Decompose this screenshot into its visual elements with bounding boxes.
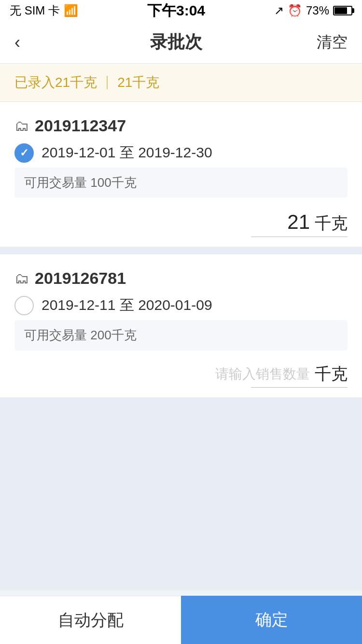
section-divider: [0, 247, 362, 254]
batch-2-input-placeholder: 请输入销售数量: [215, 365, 310, 383]
batch-2-input-unit: 千克: [315, 363, 348, 385]
batch-1-icon: 🗂: [14, 118, 29, 134]
batch-2-available: 可用交易量 200千克: [14, 320, 348, 350]
batch-1-qty-row: 21 千克: [0, 206, 362, 237]
alarm-icon: ⏰: [288, 4, 302, 17]
status-bar: 无 SIM 卡 📶 下午3:04 ↗ ⏰ 73%: [0, 0, 362, 21]
batch-1-qty-unit: 千克: [315, 212, 348, 235]
status-time: 下午3:04: [147, 1, 205, 21]
auto-distribute-button[interactable]: 自动分配: [0, 596, 181, 644]
battery-icon: [333, 6, 352, 15]
batch-2-id: 2019126781: [35, 269, 126, 288]
batch-2-date: 2019-12-11 至 2020-01-09: [42, 295, 212, 315]
batch-1-header: 🗂 2019112347: [0, 102, 362, 140]
recorded-label: 已录入21千克: [14, 73, 97, 92]
status-left: 无 SIM 卡 📶: [10, 3, 78, 18]
batch-1-checkbox[interactable]: [14, 143, 34, 163]
batch-1-date-row: 2019-12-01 至 2019-12-30: [0, 140, 362, 168]
batch-2-checkbox[interactable]: [14, 296, 34, 315]
batch-1-underline: [0, 237, 362, 247]
batch-2-underline: [0, 387, 362, 397]
no-sim-text: 无 SIM 卡: [10, 3, 60, 18]
batch-2-header: 🗂 2019126781: [0, 254, 362, 293]
nav-bar: ‹ 录批次 清空: [0, 21, 362, 64]
batch-card-1: 🗂 2019112347 2019-12-01 至 2019-12-30 可用交…: [0, 102, 362, 247]
back-button[interactable]: ‹: [14, 32, 43, 53]
recorded-value: 21千克: [117, 73, 159, 92]
clear-button[interactable]: 清空: [309, 32, 348, 53]
batch-1-date: 2019-12-01 至 2019-12-30: [42, 143, 212, 163]
status-right: ↗ ⏰ 73%: [274, 4, 352, 17]
empty-area: [0, 397, 362, 590]
banner-divider: [107, 76, 108, 89]
page-title: 录批次: [43, 30, 309, 54]
confirm-button[interactable]: 确定: [181, 596, 362, 644]
location-icon: ↗: [274, 4, 284, 17]
batch-2-date-row: 2019-12-11 至 2020-01-09: [0, 293, 362, 320]
batch-1-qty-number: 21: [287, 210, 310, 234]
batch-1-id: 2019112347: [35, 116, 126, 135]
batch-card-2: 🗂 2019126781 2019-12-11 至 2020-01-09 可用交…: [0, 254, 362, 397]
bottom-bar: 自动分配 确定: [0, 596, 362, 644]
batch-2-input-row: 请输入销售数量 千克: [0, 358, 362, 387]
battery-text: 73%: [306, 4, 329, 17]
content-wrap: 🗂 2019112347 2019-12-01 至 2019-12-30 可用交…: [0, 102, 362, 639]
batch-1-available: 可用交易量 100千克: [14, 168, 348, 198]
status-banner: 已录入21千克 21千克: [0, 64, 362, 102]
wifi-icon: 📶: [64, 4, 78, 17]
batch-2-icon: 🗂: [14, 270, 29, 287]
